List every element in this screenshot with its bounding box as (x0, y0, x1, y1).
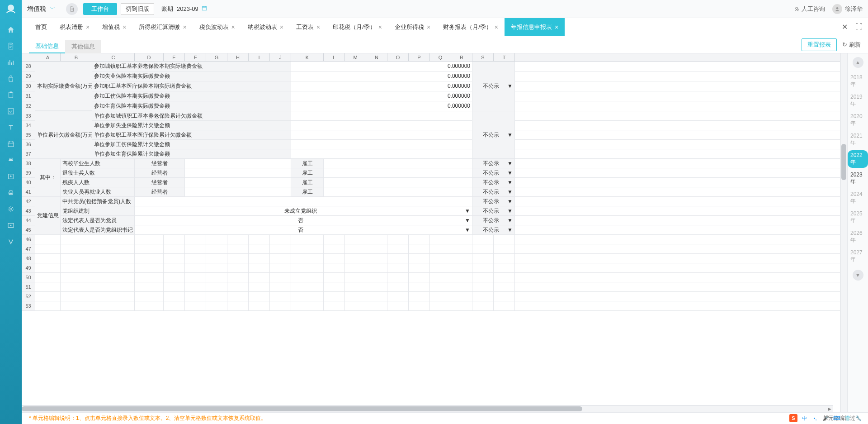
value-cell[interactable]: 0.000000 (291, 62, 472, 71)
dropdown-icon[interactable]: ▼ (507, 168, 513, 177)
empty-cell[interactable] (472, 273, 494, 282)
close-icon[interactable]: × (316, 24, 320, 31)
tab-0[interactable]: 首页 (29, 18, 53, 36)
empty-cell[interactable] (472, 235, 494, 244)
empty-cell[interactable] (387, 244, 409, 253)
workbench-button[interactable]: 工作台 (83, 3, 117, 15)
empty-cell[interactable] (35, 254, 61, 263)
module-select[interactable]: 增值税 ﹀ (27, 5, 55, 13)
close-icon[interactable]: × (123, 24, 126, 31)
year-2019年[interactable]: 2019年 (848, 92, 868, 110)
row-header[interactable]: 28 (22, 62, 35, 71)
col-header-H[interactable]: H (227, 53, 249, 61)
empty-cell[interactable] (164, 273, 185, 282)
vertical-scrollbar[interactable] (840, 53, 847, 412)
value-cell[interactable] (291, 140, 472, 149)
empty-cell[interactable] (206, 254, 227, 263)
empty-cell[interactable] (61, 235, 92, 244)
tab-9[interactable]: 财务报表（月/季）× (437, 18, 505, 36)
empty-cell[interactable] (366, 292, 387, 301)
value-cell[interactable] (324, 159, 472, 168)
empty-cell[interactable] (227, 301, 249, 310)
empty-cell[interactable] (494, 301, 515, 310)
empty-cell[interactable] (270, 254, 291, 263)
horizontal-scrollbar[interactable]: ◀ ▶ (22, 405, 833, 412)
display-cell[interactable]: 不公示▼ (472, 178, 515, 187)
empty-cell[interactable] (92, 273, 135, 282)
empty-cell[interactable] (227, 254, 249, 263)
col-header-A[interactable]: A (35, 53, 61, 61)
empty-cell[interactable] (206, 292, 227, 301)
year-2024年[interactable]: 2024年 (848, 189, 868, 207)
vscroll-thumb[interactable] (841, 144, 846, 180)
value-cell[interactable] (135, 197, 472, 206)
empty-cell[interactable] (61, 254, 92, 263)
row-header[interactable]: 37 (22, 149, 35, 158)
empty-cell[interactable] (324, 301, 345, 310)
row-header[interactable]: 43 (22, 206, 35, 215)
empty-cell[interactable] (345, 301, 366, 310)
empty-cell[interactable] (206, 273, 227, 282)
row-header[interactable]: 36 (22, 140, 35, 149)
ime-kbd-icon[interactable]: ⌨ (833, 414, 841, 422)
refresh-button[interactable]: ↻ 刷新 (842, 41, 861, 49)
empty-cell[interactable] (409, 244, 430, 253)
empty-cell[interactable] (35, 235, 61, 244)
empty-cell[interactable] (61, 282, 92, 291)
empty-cell[interactable] (345, 235, 366, 244)
close-icon[interactable]: × (495, 24, 498, 31)
empty-cell[interactable] (92, 301, 135, 310)
empty-cell[interactable] (387, 292, 409, 301)
tab-2[interactable]: 增值税× (96, 18, 132, 36)
nav-video[interactable] (0, 217, 22, 233)
empty-cell[interactable] (451, 292, 472, 301)
value-cell[interactable] (291, 149, 472, 158)
empty-cell[interactable] (92, 254, 135, 263)
period-value[interactable]: 2023-09 (177, 5, 198, 12)
row-header[interactable]: 46 (22, 235, 35, 244)
calendar-icon[interactable] (201, 5, 208, 13)
empty-cell[interactable] (135, 263, 164, 272)
empty-cell[interactable] (35, 263, 61, 272)
display-cell[interactable]: 不公示▼ (472, 168, 515, 177)
empty-cell[interactable] (430, 282, 451, 291)
value-cell[interactable]: 未成立党组织▼ (135, 206, 472, 215)
col-header-O[interactable]: O (387, 53, 409, 61)
col-header-P[interactable]: P (409, 53, 430, 61)
empty-cell[interactable] (291, 254, 324, 263)
empty-cell[interactable] (387, 263, 409, 272)
empty-cell[interactable] (324, 244, 345, 253)
display-cell[interactable]: 不公示▼ (472, 187, 515, 196)
empty-cell[interactable] (387, 301, 409, 310)
dropdown-icon[interactable]: ▼ (465, 206, 470, 215)
empty-cell[interactable] (92, 263, 135, 272)
col-header-N[interactable]: N (366, 53, 387, 61)
empty-cell[interactable] (494, 273, 515, 282)
tab-5[interactable]: 纳税波动表× (241, 18, 290, 36)
empty-cell[interactable] (164, 235, 185, 244)
reset-button[interactable]: 重置报表 (802, 38, 837, 51)
empty-cell[interactable] (345, 244, 366, 253)
empty-cell[interactable] (366, 273, 387, 282)
dropdown-icon[interactable]: ▼ (465, 225, 470, 234)
empty-cell[interactable] (185, 263, 206, 272)
tab-8[interactable]: 企业所得税× (388, 18, 437, 36)
year-up-icon[interactable]: ▲ (853, 57, 863, 68)
row-header[interactable]: 39 (22, 168, 35, 177)
col-header-L[interactable]: L (324, 53, 345, 61)
empty-cell[interactable] (270, 244, 291, 253)
empty-cell[interactable] (135, 301, 164, 310)
empty-cell[interactable] (61, 301, 92, 310)
empty-cell[interactable] (185, 273, 206, 282)
nav-bag[interactable] (0, 71, 22, 87)
empty-cell[interactable] (185, 292, 206, 301)
empty-cell[interactable] (366, 263, 387, 272)
empty-cell[interactable] (472, 301, 494, 310)
empty-cell[interactable] (227, 282, 249, 291)
empty-cell[interactable] (387, 273, 409, 282)
empty-cell[interactable] (430, 273, 451, 282)
empty-cell[interactable] (92, 282, 135, 291)
empty-cell[interactable] (409, 235, 430, 244)
value-cell[interactable] (185, 178, 291, 187)
nav-export[interactable] (0, 168, 22, 185)
